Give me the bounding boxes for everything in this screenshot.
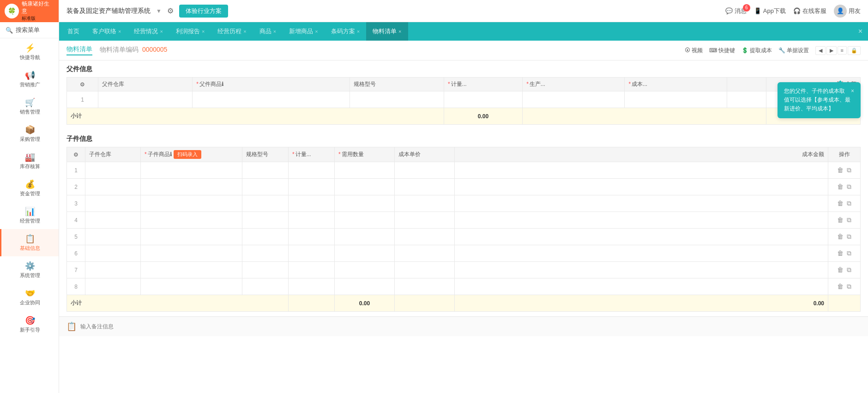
copy-icon[interactable]: ⧉ xyxy=(847,233,851,240)
child-row-quantity[interactable] xyxy=(335,262,395,278)
child-row-quantity[interactable] xyxy=(335,179,395,195)
child-row-goods[interactable] xyxy=(141,212,242,229)
tab-barcode[interactable]: 条码方案 × xyxy=(325,22,366,41)
close-profit-tab[interactable]: × xyxy=(202,29,205,34)
tab-new-goods[interactable]: 新增商品 × xyxy=(283,22,324,41)
tab-history[interactable]: 经营历程 × xyxy=(211,22,253,41)
extract-cost-btn[interactable]: 💲 提取成本 xyxy=(741,47,772,54)
settings-icon[interactable]: ⚙ xyxy=(167,6,174,15)
child-row-warehouse[interactable] xyxy=(85,212,141,229)
child-row-warehouse[interactable] xyxy=(85,229,141,245)
close-customers-tab[interactable]: × xyxy=(118,29,121,34)
child-row-spec[interactable] xyxy=(242,229,289,245)
sidebar-item-quick-nav[interactable]: ⚡ 快捷导航 xyxy=(0,38,59,66)
parent-row-warehouse[interactable] xyxy=(98,91,193,108)
sidebar-item-operation[interactable]: 📊 经营管理 xyxy=(0,202,59,229)
sidebar-item-enterprise[interactable]: 🤝 企业协同 xyxy=(0,284,59,311)
sidebar-item-purchase[interactable]: 📦 采购管理 xyxy=(0,120,59,147)
child-row-unit[interactable] xyxy=(289,245,335,262)
sidebar-item-system[interactable]: ⚙️ 系统管理 xyxy=(0,256,59,284)
list-view-btn[interactable]: ≡ xyxy=(838,46,847,54)
close-goods-tab[interactable]: × xyxy=(273,29,276,34)
next-btn[interactable]: ▶ xyxy=(826,46,837,55)
child-row-unit-cost[interactable] xyxy=(395,212,455,229)
child-row-warehouse[interactable] xyxy=(85,179,141,195)
child-row-warehouse[interactable] xyxy=(85,245,141,262)
app-download-btn[interactable]: 📱 App下载 xyxy=(754,7,786,15)
copy-icon[interactable]: ⧉ xyxy=(847,183,851,190)
parent-row-spec[interactable] xyxy=(350,91,444,108)
sub-tab-bom-list[interactable]: 物料清单 xyxy=(66,45,92,55)
child-row-unit-cost[interactable] xyxy=(395,162,455,179)
close-all-tabs[interactable]: × xyxy=(855,27,866,36)
tooltip-close-btn[interactable]: × xyxy=(851,87,854,96)
child-row-unit-cost[interactable] xyxy=(395,245,455,262)
copy-icon[interactable]: ⧉ xyxy=(847,216,851,224)
close-operations-tab[interactable]: × xyxy=(160,29,163,34)
delete-icon[interactable]: 🗑 xyxy=(837,266,844,273)
child-row-spec[interactable] xyxy=(242,278,289,295)
child-row-warehouse[interactable] xyxy=(85,262,141,278)
notes-input[interactable] xyxy=(80,323,861,330)
sidebar-item-inventory[interactable]: 🏭 库存核算 xyxy=(0,147,59,175)
child-row-spec[interactable] xyxy=(242,195,289,212)
delete-icon[interactable]: 🗑 xyxy=(837,183,844,190)
child-row-unit[interactable] xyxy=(289,212,335,229)
copy-icon[interactable]: ⧉ xyxy=(847,200,851,207)
close-new-goods-tab[interactable]: × xyxy=(315,29,318,34)
document-settings-btn[interactable]: 🔧 单据设置 xyxy=(778,47,809,54)
child-row-quantity[interactable] xyxy=(335,162,395,179)
child-row-spec[interactable] xyxy=(242,262,289,278)
child-row-warehouse[interactable] xyxy=(85,195,141,212)
child-row-warehouse[interactable] xyxy=(85,278,141,295)
close-bom-tab[interactable]: × xyxy=(398,29,401,34)
child-row-unit-cost[interactable] xyxy=(395,278,455,295)
child-row-warehouse[interactable] xyxy=(85,162,141,179)
delete-icon[interactable]: 🗑 xyxy=(837,216,844,224)
child-row-goods[interactable] xyxy=(141,162,242,179)
close-barcode-tab[interactable]: × xyxy=(357,29,360,34)
child-row-spec[interactable] xyxy=(242,162,289,179)
child-row-unit-cost[interactable] xyxy=(395,195,455,212)
dropdown-arrow[interactable]: ▼ xyxy=(156,8,162,14)
child-row-goods[interactable] xyxy=(141,195,242,212)
messages-btn[interactable]: 💬 消息 6 xyxy=(725,7,747,15)
child-row-quantity[interactable] xyxy=(335,278,395,295)
child-row-unit[interactable] xyxy=(289,278,335,295)
delete-icon[interactable]: 🗑 xyxy=(837,249,844,257)
child-col-settings[interactable]: ⚙ xyxy=(67,147,85,162)
child-row-unit-cost[interactable] xyxy=(395,262,455,278)
parent-col-settings[interactable]: ⚙ xyxy=(67,78,98,91)
child-row-goods[interactable] xyxy=(141,229,242,245)
child-row-spec[interactable] xyxy=(242,212,289,229)
child-row-unit[interactable] xyxy=(289,262,335,278)
child-row-spec[interactable] xyxy=(242,245,289,262)
parent-row-produce[interactable] xyxy=(523,91,625,108)
sidebar-item-guide[interactable]: 🎯 新手引导 xyxy=(0,311,59,338)
parent-row-unit[interactable] xyxy=(444,91,522,108)
child-row-unit[interactable] xyxy=(289,229,335,245)
scan-btn[interactable]: 扫码录入 xyxy=(174,150,201,159)
tab-goods[interactable]: 商品 × xyxy=(253,22,283,41)
child-row-unit[interactable] xyxy=(289,162,335,179)
sidebar-item-marketing[interactable]: 📢 营销推广 xyxy=(0,66,59,93)
tab-operations[interactable]: 经营情况 × xyxy=(127,22,169,41)
copy-icon[interactable]: ⧉ xyxy=(847,283,851,290)
lock-btn[interactable]: 🔒 xyxy=(848,46,861,55)
close-history-tab[interactable]: × xyxy=(243,29,246,34)
tab-bom[interactable]: 物料清单 × xyxy=(366,22,408,41)
sidebar-item-basic[interactable]: 📋 基础信息 xyxy=(0,229,59,256)
delete-icon[interactable]: 🗑 xyxy=(837,283,844,290)
child-row-goods[interactable] xyxy=(141,262,242,278)
shortcuts-btn[interactable]: ⌨ 快捷键 xyxy=(709,47,735,54)
prev-btn[interactable]: ◀ xyxy=(815,46,826,55)
copy-icon[interactable]: ⧉ xyxy=(847,166,851,174)
child-row-goods[interactable] xyxy=(141,245,242,262)
child-row-quantity[interactable] xyxy=(335,195,395,212)
child-row-goods[interactable] xyxy=(141,179,242,195)
tab-home[interactable]: 首页 xyxy=(61,22,86,41)
child-row-unit-cost[interactable] xyxy=(395,229,455,245)
search-menu[interactable]: 🔍 搜索菜单 xyxy=(0,22,59,38)
copy-icon[interactable]: ⧉ xyxy=(847,249,851,257)
child-row-quantity[interactable] xyxy=(335,212,395,229)
